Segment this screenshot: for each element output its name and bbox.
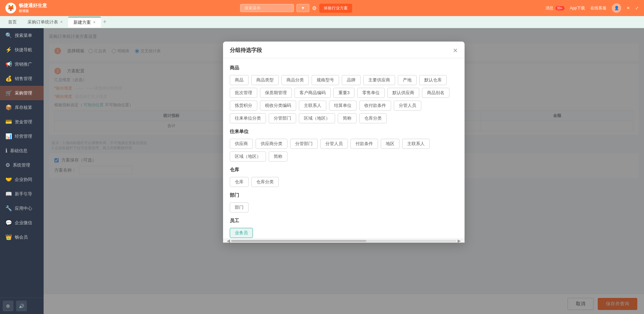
sidebar-item-member[interactable]: 👑 畅会员 xyxy=(0,230,44,244)
field-tag-product-5[interactable]: 主要供应商 xyxy=(363,75,395,85)
field-tag-emp-0[interactable]: 业务员 xyxy=(230,228,253,238)
sidebar-item-wechat[interactable]: 💬 企业微信 xyxy=(0,215,44,230)
modal-title: 分组待选字段 xyxy=(230,47,262,54)
marketing-icon: 📢 xyxy=(5,61,12,67)
sidebar-item-guide[interactable]: 📖 新手引导 xyxy=(0,187,44,201)
field-tag-dept-0[interactable]: 部门 xyxy=(230,202,249,212)
field-tag-product-12[interactable]: 零售单位 xyxy=(357,88,385,98)
tab-add-btn[interactable]: + xyxy=(101,18,109,25)
section-title-counterpart: 往来单位 xyxy=(230,129,458,135)
field-tag-cp-3[interactable]: 分管人员 xyxy=(320,139,348,149)
tab-purchase-stats[interactable]: 采购订单统计表 ✕ xyxy=(22,17,68,27)
search-sidebar-icon: 🔍 xyxy=(5,32,12,39)
scroll-right-btn[interactable]: ▶ xyxy=(457,238,462,243)
section-title-warehouse: 仓库 xyxy=(230,167,458,173)
field-tag-product-18[interactable]: 结算单位 xyxy=(329,101,357,111)
app-download-btn[interactable]: App下载 xyxy=(570,5,585,11)
finance-icon: 💳 xyxy=(5,119,12,125)
field-tag-product-4[interactable]: 品牌 xyxy=(342,75,361,85)
search-input[interactable] xyxy=(240,4,294,12)
sidebar-item-system[interactable]: ⚙ 系统管理 xyxy=(0,158,44,172)
field-tag-cp-1[interactable]: 供应商分类 xyxy=(256,139,287,149)
field-tag-product-1[interactable]: 商品类型 xyxy=(251,75,279,85)
purchase-icon: 🛒 xyxy=(5,90,12,96)
settings-icon[interactable]: ⚙ xyxy=(312,5,317,11)
operations-icon: 📊 xyxy=(5,133,12,139)
sidebar-item-cooperation[interactable]: 🤝 企业协同 xyxy=(0,172,44,187)
quicknav-icon: ⚡ xyxy=(5,47,12,53)
section-title-employee: 员工 xyxy=(230,218,458,224)
field-tag-cp-5[interactable]: 地区 xyxy=(381,139,399,149)
field-tag-cp-2[interactable]: 分管部门 xyxy=(290,139,318,149)
scroll-left-btn[interactable]: ◀ xyxy=(226,238,231,243)
logo-area: 🦊 畅捷通好生意 标准版 xyxy=(5,3,47,13)
sidebar-item-marketing[interactable]: 📢 营销推广 xyxy=(0,57,44,71)
field-tag-cp-4[interactable]: 付款条件 xyxy=(351,139,378,149)
cooperation-icon: 🤝 xyxy=(5,176,12,183)
section-title-department: 部门 xyxy=(230,192,458,198)
header-close-icon[interactable]: ✕ xyxy=(627,6,630,10)
field-tag-product-25[interactable]: 仓库分类 xyxy=(359,113,387,123)
sidebar-item-quicknav[interactable]: ⚡ 快捷导航 xyxy=(0,43,44,57)
sidebar-item-purchase[interactable]: 🛒 采购管理 xyxy=(0,86,44,100)
field-tag-cp-8[interactable]: 简称 xyxy=(269,151,287,162)
tab-bar: 首页 采购订单统计表 ✕ 新建方案 ✕ + xyxy=(0,16,644,28)
online-service-btn[interactable]: 在线客服 xyxy=(590,5,606,11)
field-tag-product-3[interactable]: 规格型号 xyxy=(312,75,339,85)
basic-info-icon: ℹ xyxy=(5,147,7,154)
dropdown-btn[interactable]: ▼ xyxy=(297,4,309,12)
field-tag-product-20[interactable]: 分管人员 xyxy=(394,101,421,111)
sidebar-item-operations[interactable]: 📊 经营管理 xyxy=(0,129,44,143)
fields-grid-warehouse: 仓库 仓库分类 xyxy=(230,177,458,187)
wechat-icon: 💬 xyxy=(5,219,12,226)
sidebar-item-inventory[interactable]: 📦 库存核算 xyxy=(0,100,44,115)
field-tag-product-23[interactable]: 区域（地区） xyxy=(299,113,335,123)
trial-btn[interactable]: 体验行业方案 xyxy=(319,4,352,13)
sidebar-item-sales[interactable]: 💰 销售管理 xyxy=(0,71,44,86)
field-tag-product-9[interactable]: 保质期管理 xyxy=(260,88,292,98)
sidebar-audio-btn[interactable]: 🔊 xyxy=(16,301,27,311)
field-tag-product-6[interactable]: 产地 xyxy=(398,75,417,85)
field-tag-cp-0[interactable]: 供应商 xyxy=(230,139,253,149)
field-tag-product-14[interactable]: 商品别名 xyxy=(422,88,449,98)
h-scroll-track[interactable] xyxy=(231,240,457,242)
avatar[interactable]: 👤 xyxy=(612,3,621,13)
sidebar-bottom: ⚙ 🔊 xyxy=(0,298,44,314)
field-tag-wh-1[interactable]: 仓库分类 xyxy=(251,177,279,187)
tab-new-plan[interactable]: 新建方案 ✕ xyxy=(68,17,101,27)
apps-icon: 🔧 xyxy=(5,205,12,211)
field-tag-product-22[interactable]: 分管部门 xyxy=(269,113,296,123)
tab-close-purchase[interactable]: ✕ xyxy=(60,20,63,24)
field-tag-product-2[interactable]: 商品分类 xyxy=(281,75,309,85)
field-tag-wh-0[interactable]: 仓库 xyxy=(230,177,249,187)
field-tag-cp-6[interactable]: 主联系人 xyxy=(402,139,430,149)
tab-home[interactable]: 首页 xyxy=(3,17,22,27)
field-tag-product-19[interactable]: 收付款条件 xyxy=(359,101,391,111)
field-tag-product-13[interactable]: 默认供应商 xyxy=(387,88,419,98)
field-tag-product-0[interactable]: 商品 xyxy=(230,75,249,85)
field-tag-product-8[interactable]: 批次管理 xyxy=(230,88,257,98)
field-tag-product-24[interactable]: 简称 xyxy=(338,113,357,123)
top-header: 🦊 畅捷通好生意 标准版 ▼ ⚙ 体验行业方案 消息 99+ App下载 在线客… xyxy=(0,0,644,16)
header-expand-icon[interactable]: ⤢ xyxy=(635,6,639,10)
field-tag-product-17[interactable]: 主联系人 xyxy=(299,101,326,111)
field-tag-product-7[interactable]: 默认仓库 xyxy=(419,75,447,85)
fields-grid-employee: 业务员 xyxy=(230,228,458,238)
field-tag-product-11[interactable]: 重量3 xyxy=(333,88,355,98)
modal-body[interactable]: 商品 商品 商品类型 商品分类 规格型号 品牌 主要供应商 产地 默认仓库 批次… xyxy=(223,58,465,239)
field-tag-product-15[interactable]: 拣货积分 xyxy=(230,101,257,111)
field-tag-product-16[interactable]: 税收分类编码 xyxy=(260,101,296,111)
sidebar-item-finance[interactable]: 💳 资金管理 xyxy=(0,115,44,129)
tab-close-new-plan[interactable]: ✕ xyxy=(93,20,96,24)
field-tag-cp-7[interactable]: 区域（地区） xyxy=(230,151,266,162)
modal-close-btn[interactable]: ✕ xyxy=(453,48,458,54)
modal-header: 分组待选字段 ✕ xyxy=(223,42,465,58)
modal-h-scrollbar[interactable]: ◀ ▶ xyxy=(223,239,465,243)
sidebar-item-search[interactable]: 🔍 搜索菜单 xyxy=(0,28,44,43)
notification-btn[interactable]: 消息 99+ xyxy=(545,5,564,11)
sidebar-item-basic-info[interactable]: ℹ 基础信息 xyxy=(0,143,44,158)
field-tag-product-21[interactable]: 往来单位分类 xyxy=(230,113,266,123)
sidebar-settings-btn[interactable]: ⚙ xyxy=(3,301,13,311)
field-tag-product-10[interactable]: 客户商品编码 xyxy=(294,88,331,98)
sidebar-item-apps[interactable]: 🔧 应用中心 xyxy=(0,201,44,215)
